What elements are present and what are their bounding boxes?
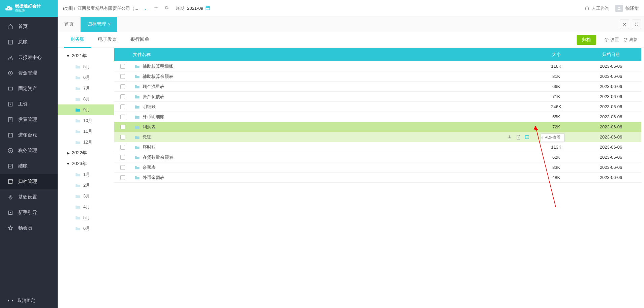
calendar-icon[interactable] [205, 5, 210, 11]
company-selector[interactable]: (勿删）江西服宝精品有限责任公司（... [63, 5, 138, 11]
add-icon[interactable] [153, 5, 159, 11]
row-checkbox[interactable] [120, 165, 125, 170]
tree-year[interactable]: ▼2023年 [58, 158, 114, 169]
tree-month[interactable]: 1月 [58, 169, 114, 180]
nav-item-fund[interactable]: 资金管理 [0, 65, 58, 81]
svg-point-12 [618, 7, 620, 8]
tree-month[interactable]: 7月 [58, 83, 114, 94]
unpin-label: 取消固定 [18, 298, 35, 304]
tree-month[interactable]: 10月 [58, 115, 114, 126]
tree-month[interactable]: 4月 [58, 202, 114, 212]
file-size: 71K [532, 94, 581, 99]
table-row[interactable]: 外币明细账55K2023-06-06 [114, 112, 641, 122]
settings-link[interactable]: 设置 [604, 37, 619, 43]
tree-month[interactable]: 5月 [58, 61, 114, 72]
nav-label: 云报表中心 [18, 55, 42, 61]
sub-tab-einv[interactable]: 电子发票 [91, 32, 124, 48]
nav-item-cloud-report[interactable]: 云报表中心 [0, 50, 58, 65]
folder-icon [75, 194, 81, 198]
nav-item-salary[interactable]: 工资 [0, 96, 58, 112]
table-row[interactable]: 凭证53K2023-06-06PDF查看 [114, 132, 641, 142]
tree-year[interactable]: ▶2022年 [58, 148, 114, 158]
svg-rect-11 [206, 6, 210, 10]
caret-down-icon: ▼ [66, 162, 70, 166]
view-icon[interactable] [524, 134, 530, 140]
table-row[interactable]: 存货数量余额表62K2023-06-06 [114, 152, 641, 162]
tree-month[interactable]: 8月 [58, 94, 114, 104]
row-checkbox[interactable] [120, 175, 125, 180]
tree-year[interactable]: ▼2021年 [58, 51, 114, 61]
tree-month[interactable]: 11月 [58, 126, 114, 137]
nav-item-purchase[interactable]: 进销台账 [0, 127, 58, 143]
file-date: 2023-06-06 [581, 94, 641, 99]
refresh-link[interactable]: 刷新 [623, 37, 638, 43]
page-tab-home[interactable]: 首页 [58, 17, 81, 32]
nav-item-closing[interactable]: 结账 [0, 158, 58, 174]
nav-item-member[interactable]: 畅会员 [0, 220, 58, 236]
month-label: 1月 [83, 172, 90, 178]
nav-item-guide[interactable]: 新手引导 [0, 205, 58, 220]
sub-tab-fin[interactable]: 财务账 [64, 32, 91, 48]
archive-button[interactable]: 归档 [577, 35, 596, 45]
row-checkbox[interactable] [120, 145, 125, 150]
salary-icon [7, 101, 13, 107]
nav-item-asset[interactable]: 固定资产 [0, 81, 58, 96]
tree-month[interactable]: 3月 [58, 191, 114, 202]
table-row[interactable]: 余额表83K2023-06-06 [114, 162, 641, 173]
row-checkbox[interactable] [120, 135, 125, 140]
chevron-down-icon[interactable]: ⌄ [144, 6, 147, 11]
folder-icon [134, 74, 140, 79]
row-checkbox[interactable] [120, 64, 125, 69]
table-row[interactable]: 外币余额表48K2023-06-06 [114, 173, 641, 183]
row-checkbox[interactable] [120, 94, 125, 99]
row-checkbox[interactable] [120, 74, 125, 79]
table-row[interactable]: 资产负债表71K2023-06-06 [114, 92, 641, 102]
settings-icon [7, 194, 13, 200]
year-label: 2023年 [72, 161, 87, 167]
page-tab-archive[interactable]: 归档管理× [81, 17, 117, 32]
nav-item-ledger[interactable]: 总账 [0, 34, 58, 50]
nav-item-tax[interactable]: 税务管理 [0, 143, 58, 158]
row-checkbox[interactable] [120, 125, 125, 129]
table-row[interactable]: 序时账113K2023-06-06 [114, 142, 641, 152]
tax-icon [7, 148, 13, 154]
tree-month[interactable]: 12月 [58, 137, 114, 148]
nav-item-archive[interactable]: 归档管理 [0, 174, 58, 189]
table-row[interactable]: 明细账246K2023-06-06 [114, 102, 641, 112]
row-checkbox[interactable] [120, 155, 125, 160]
nav-label: 首页 [18, 24, 28, 30]
nav-item-home[interactable]: 首页 [0, 19, 58, 34]
user-menu[interactable]: 徐泽华 [615, 5, 639, 12]
year-label: 2022年 [72, 150, 87, 156]
tree-month[interactable]: 2月 [58, 180, 114, 191]
period-value[interactable]: 2021-09 [187, 6, 203, 11]
table-row[interactable]: 现金流量表66K2023-06-06 [114, 82, 641, 92]
table-row[interactable]: 利润表72K2023-06-06 [114, 122, 641, 132]
brand-logo: 畅捷通好会计 旗舰版 [0, 0, 58, 17]
row-checkbox[interactable] [120, 115, 125, 119]
gear-icon[interactable] [164, 5, 170, 11]
close-icon[interactable]: × [108, 22, 111, 27]
support-link[interactable]: 人工咨询 [584, 5, 609, 11]
fullscreen-button[interactable] [632, 20, 641, 29]
sidebar: 畅捷通好会计 旗舰版 首页总账云报表中心资金管理固定资产工资发票管理进销台账税务… [0, 0, 58, 308]
file-date: 2023-06-06 [581, 134, 641, 140]
folder-icon [134, 155, 140, 160]
pdf-icon[interactable] [515, 134, 521, 140]
page-tabs: 首页归档管理× ✕ [58, 17, 644, 32]
sub-tab-bank[interactable]: 银行回单 [124, 32, 156, 48]
tree-month[interactable]: 6月 [58, 223, 114, 234]
table-row[interactable]: 辅助核算余额表81K2023-06-06 [114, 71, 641, 82]
row-checkbox[interactable] [120, 84, 125, 89]
nav-item-settings[interactable]: 基础设置 [0, 189, 58, 205]
tree-month[interactable]: 9月 [58, 104, 114, 115]
tree-month[interactable]: 6月 [58, 72, 114, 83]
file-name: 余额表 [143, 164, 156, 171]
row-checkbox[interactable] [120, 104, 125, 109]
tree-month[interactable]: 5月 [58, 212, 114, 223]
close-button[interactable]: ✕ [620, 20, 629, 29]
download-icon[interactable] [507, 134, 513, 140]
nav-item-invoice[interactable]: 发票管理 [0, 112, 58, 127]
unpin-button[interactable]: 取消固定 [0, 293, 58, 308]
table-row[interactable]: 辅助核算明细账116K2023-06-06 [114, 61, 641, 71]
